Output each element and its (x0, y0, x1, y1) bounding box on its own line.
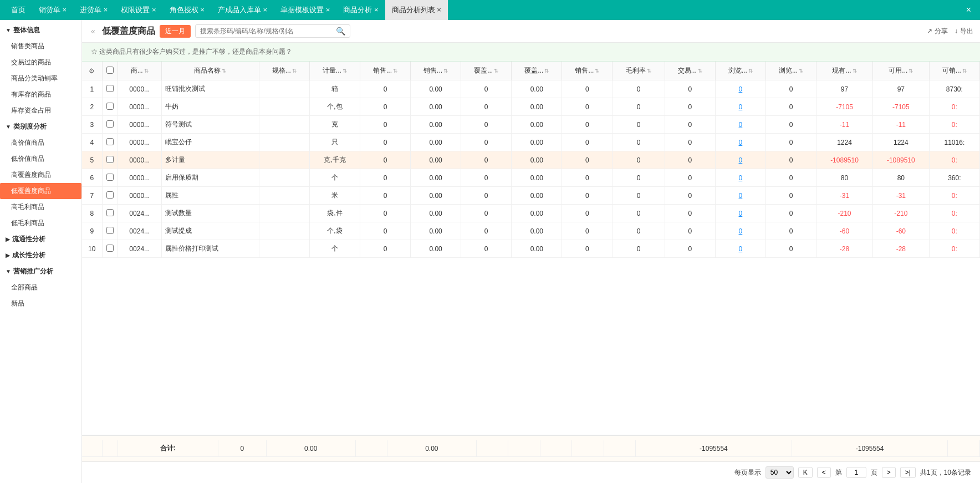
sidebar-section-growth[interactable]: ▶ 成长性分析 (0, 247, 81, 263)
row-checkbox[interactable] (106, 227, 114, 234)
close-all-button[interactable]: × (962, 5, 976, 15)
sidebar-section-marketing[interactable]: ▼ 营销推广分析 (0, 263, 81, 279)
row-sales-stat: 0 (562, 205, 612, 222)
row-browse1[interactable]: 0 (715, 187, 765, 205)
row-sales-qty: 0 (360, 169, 410, 187)
row-checkbox[interactable] (106, 245, 114, 252)
sidebar-item-new-goods[interactable]: 新品 (0, 296, 81, 312)
sidebar-item-low-coverage[interactable]: 低覆盖度商品 (0, 183, 81, 199)
row-checkbox[interactable] (106, 156, 114, 163)
col-sales-qty[interactable]: 销售...⇅ (360, 62, 410, 80)
col-code[interactable]: 商...⇅ (118, 62, 161, 80)
page-size-select[interactable]: 50 100 200 (765, 466, 794, 479)
col-spec[interactable]: 规格...⇅ (259, 62, 309, 80)
nav-role-auth[interactable]: 角色授权 × (163, 0, 211, 20)
row-browse1[interactable]: 0 (715, 205, 765, 222)
col-sellable[interactable]: 可销...⇅ (929, 62, 979, 80)
select-all-checkbox[interactable] (106, 67, 114, 74)
col-available-stock[interactable]: 可用...⇅ (872, 62, 929, 80)
sidebar-item-high-margin[interactable]: 高毛利商品 (0, 199, 81, 215)
col-browse1[interactable]: 浏览...⇅ (715, 62, 765, 80)
nav-home[interactable]: 首页 (4, 0, 32, 20)
row-cov2: 0.00 (512, 134, 562, 151)
time-filter-button[interactable]: 近一月 (160, 25, 191, 38)
sidebar-item-high-coverage[interactable]: 高覆盖度商品 (0, 167, 81, 183)
row-spec (259, 222, 309, 240)
row-checkbox[interactable] (106, 138, 114, 145)
page-number-input[interactable] (846, 467, 866, 478)
row-code: 0024... (118, 240, 161, 258)
row-spec (259, 134, 309, 151)
sidebar-section-circulation[interactable]: ▶ 流通性分析 (0, 231, 81, 247)
col-gross-margin[interactable]: 毛利率⇅ (612, 62, 665, 80)
row-sales-amount: 0.00 (411, 134, 461, 151)
nav-template-settings[interactable]: 单据模板设置 × (274, 0, 336, 20)
sidebar-item-capital-usage[interactable]: 库存资金占用 (0, 103, 81, 119)
row-cov1: 0 (461, 98, 512, 116)
sidebar-item-category-rate[interactable]: 商品分类动销率 (0, 70, 81, 87)
row-browse1[interactable]: 0 (715, 116, 765, 134)
row-unit: 个,包 (309, 98, 360, 116)
col-unit[interactable]: 计量...⇅ (309, 62, 360, 80)
first-page-button[interactable]: K (798, 467, 813, 478)
row-browse1[interactable]: 0 (715, 98, 765, 116)
row-checkbox[interactable] (106, 120, 114, 128)
row-checkbox[interactable] (106, 85, 114, 92)
sidebar-collapse-button[interactable]: « (89, 27, 98, 35)
row-browse1[interactable]: 0 (715, 169, 765, 187)
sidebar-item-sales-goods[interactable]: 销售类商品 (0, 38, 81, 54)
row-name: 旺铺批次测试 (161, 80, 259, 98)
sidebar-item-low-value[interactable]: 低价值商品 (0, 151, 81, 167)
share-button[interactable]: ↗ 分享 (927, 27, 948, 36)
row-browse1[interactable]: 0 (715, 240, 765, 258)
nav-product-analysis-list[interactable]: 商品分析列表 × (385, 0, 448, 20)
col-sales-amount[interactable]: 销售...⇅ (411, 62, 461, 80)
row-browse1[interactable]: 0 (715, 80, 765, 98)
row-checkbox[interactable] (106, 191, 114, 199)
row-sales-amount: 0.00 (411, 169, 461, 187)
sort-icon-sales-qty: ⇅ (393, 68, 397, 74)
row-checkbox[interactable] (106, 209, 114, 216)
col-current-stock[interactable]: 现有...⇅ (816, 62, 873, 80)
nav-product-analysis[interactable]: 商品分析 × (336, 0, 385, 20)
row-checkbox[interactable] (106, 174, 114, 181)
row-current-stock: 97 (816, 80, 873, 98)
row-name: 符号测试 (161, 116, 259, 134)
col-trade[interactable]: 交易...⇅ (665, 62, 715, 80)
sidebar-item-stocked-goods[interactable]: 有库存的商品 (0, 87, 81, 103)
sidebar-section-overall[interactable]: ▼ 整体信息 (0, 22, 81, 38)
col-cov1[interactable]: 覆盖...⇅ (461, 62, 512, 80)
last-page-button[interactable]: >| (900, 467, 916, 478)
row-checkbox-cell (102, 151, 118, 169)
col-settings[interactable]: ⚙ (82, 62, 102, 80)
settings-icon[interactable]: ⚙ (89, 67, 95, 75)
sidebar-item-traded-goods[interactable]: 交易过的商品 (0, 54, 81, 70)
sidebar-section-category[interactable]: ▼ 类别度分析 (0, 119, 81, 135)
sidebar-item-all-goods[interactable]: 全部商品 (0, 279, 81, 296)
search-input[interactable] (200, 27, 336, 35)
nav-product-storage[interactable]: 产成品入库单 × (211, 0, 274, 20)
prev-page-button[interactable]: < (817, 467, 831, 478)
nav-permissions[interactable]: 权限设置 × (114, 0, 162, 20)
row-spec (259, 151, 309, 169)
row-browse1[interactable]: 0 (715, 134, 765, 151)
row-browse1[interactable]: 0 (715, 151, 765, 169)
export-button[interactable]: ↓ 导出 (955, 27, 973, 36)
col-browse2[interactable]: 浏览...⇅ (765, 62, 816, 80)
next-page-button[interactable]: > (882, 467, 896, 478)
row-checkbox[interactable] (106, 103, 114, 110)
row-browse1[interactable]: 0 (715, 222, 765, 240)
col-cov2[interactable]: 覆盖...⇅ (512, 62, 562, 80)
row-sales-amount: 0.00 (411, 240, 461, 258)
table-row: 8 0024... 测试数量 袋,件 0 0.00 0 0.00 0 0 0 0… (82, 205, 980, 222)
nav-sales[interactable]: 销货单 × (32, 0, 73, 20)
sidebar-item-high-value[interactable]: 高价值商品 (0, 135, 81, 151)
col-sales-stat[interactable]: 销售...⇅ (562, 62, 612, 80)
total-cov2: 0.00 (387, 440, 476, 457)
col-name[interactable]: 商品名称⇅ (161, 62, 259, 80)
page-title: 低覆盖度商品 (102, 26, 155, 37)
table-wrapper[interactable]: ⚙ 商...⇅ 商品名称⇅ 规格...⇅ 计量...⇅ 销售...⇅ 销售...… (82, 62, 980, 435)
nav-purchase[interactable]: 进货单 × (73, 0, 114, 20)
sort-icon-available: ⇅ (908, 68, 913, 74)
sidebar-item-low-margin[interactable]: 低毛利商品 (0, 215, 81, 231)
